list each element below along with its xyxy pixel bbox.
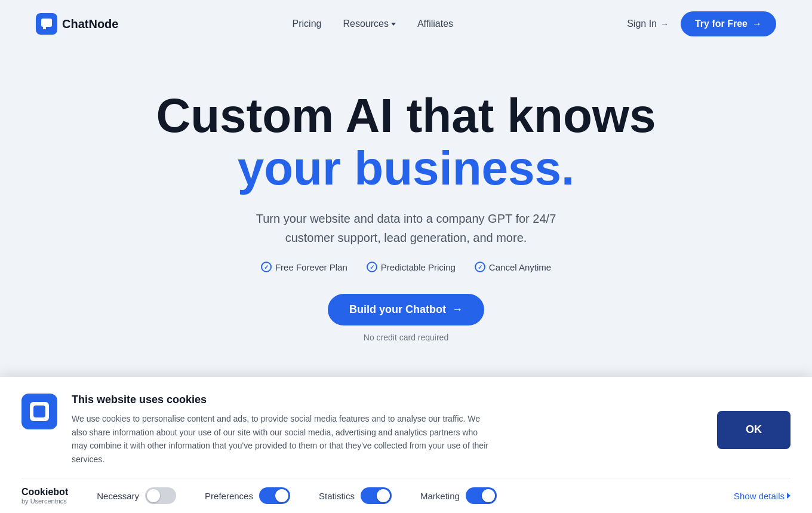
- cookie-ok-button[interactable]: OK: [717, 411, 791, 449]
- hero-section: Custom AI that knows your business. Turn…: [0, 48, 812, 342]
- cookiebot-name: Cookiebot: [21, 487, 68, 497]
- cookie-content: This website uses cookies We use cookies…: [72, 394, 703, 466]
- sign-in-arrow-icon: →: [660, 19, 669, 29]
- hero-subtitle: Turn your website and data into a compan…: [24, 209, 788, 247]
- no-credit-text: No credit card required: [24, 333, 788, 342]
- toggle-necessary-label: Necessary: [97, 491, 139, 501]
- toggle-statistics-label: Statistics: [319, 491, 355, 501]
- cookie-logo-inner: [30, 402, 49, 421]
- toggle-statistics-switch[interactable]: [361, 487, 392, 504]
- badge-cancel-anytime: Cancel Anytime: [475, 262, 551, 272]
- toggle-preferences: Preferences: [205, 487, 290, 504]
- build-arrow-icon: →: [452, 303, 463, 316]
- toggle-preferences-label: Preferences: [205, 491, 253, 501]
- cookie-banner: This website uses cookies We use cookies…: [0, 377, 812, 513]
- svg-rect-0: [41, 19, 52, 27]
- check-circle-icon: [367, 262, 377, 272]
- logo-icon: [36, 13, 57, 35]
- check-circle-icon: [475, 262, 485, 272]
- cookie-main-section: This website uses cookies We use cookies…: [0, 377, 812, 478]
- show-details-button[interactable]: Show details: [734, 491, 791, 501]
- logo[interactable]: ChatNode: [36, 13, 118, 35]
- badge-predictable-pricing: Predictable Pricing: [367, 262, 456, 272]
- build-chatbot-button[interactable]: Build your Chatbot →: [328, 294, 484, 325]
- logo-text: ChatNode: [62, 17, 118, 31]
- nav-resources[interactable]: Resources: [343, 19, 395, 29]
- toggle-preferences-switch[interactable]: [259, 487, 290, 504]
- toggle-preferences-knob: [275, 489, 288, 502]
- nav-pricing[interactable]: Pricing: [293, 19, 322, 29]
- toggle-statistics-knob: [377, 489, 390, 502]
- show-details-chevron-right-icon: [787, 493, 791, 499]
- sign-in-button[interactable]: Sign In →: [627, 19, 669, 29]
- cookie-logo-icon: [33, 406, 45, 417]
- cookie-controls: Cookiebot by Usercentrics Necessary Pref…: [0, 478, 812, 513]
- try-free-arrow-icon: →: [752, 19, 762, 29]
- toggle-statistics: Statistics: [319, 487, 392, 504]
- cookie-title: This website uses cookies: [72, 394, 703, 406]
- toggle-marketing-switch[interactable]: [466, 487, 497, 504]
- hero-title-line1: Custom AI that knows: [24, 90, 788, 142]
- cookie-description: We use cookies to personalise content an…: [72, 412, 490, 466]
- resources-chevron-down-icon: [391, 23, 396, 26]
- navbar: ChatNode Pricing Resources Affiliates Si…: [0, 0, 812, 48]
- svg-rect-1: [43, 27, 46, 29]
- toggle-marketing-label: Marketing: [420, 491, 460, 501]
- toggle-necessary-knob: [147, 489, 160, 502]
- toggle-necessary-switch[interactable]: [145, 487, 176, 504]
- nav-links: Pricing Resources Affiliates: [293, 19, 454, 29]
- toggle-marketing-knob: [482, 489, 495, 502]
- cookiebot-sub: by Usercentrics: [21, 497, 67, 505]
- badge-free-forever: Free Forever Plan: [261, 262, 347, 272]
- hero-badges: Free Forever Plan Predictable Pricing Ca…: [24, 262, 788, 272]
- toggle-marketing: Marketing: [420, 487, 497, 504]
- nav-affiliates[interactable]: Affiliates: [417, 19, 453, 29]
- cookiebot-brand: Cookiebot by Usercentrics: [21, 487, 68, 505]
- toggle-necessary: Necessary: [97, 487, 176, 504]
- check-circle-icon: [261, 262, 272, 272]
- hero-title-line2: your business.: [24, 142, 788, 195]
- cookie-logo: [21, 394, 57, 429]
- try-free-button[interactable]: Try for Free →: [681, 11, 776, 36]
- cookie-toggle-group: Necessary Preferences Statistics Marketi…: [97, 487, 705, 504]
- nav-actions: Sign In → Try for Free →: [627, 11, 776, 36]
